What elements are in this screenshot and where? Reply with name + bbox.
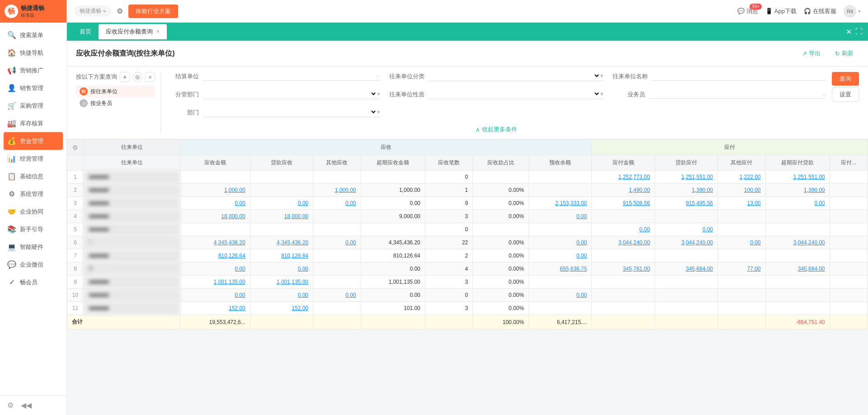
table-settings-icon[interactable]: ⚙ [72,144,78,151]
sidebar-item-purchase[interactable]: 🛒 采购管理 [0,97,66,114]
purchase-icon: 🛒 [7,101,16,110]
th-ar-ratio: 应收款占比 [473,155,529,171]
sidebar-item-beginner[interactable]: 📚 新手引导 [0,220,66,238]
export-btn[interactable]: ↗ 导出 [797,47,826,60]
sidebar-item-marketing[interactable]: 📢 营销推广 [0,62,66,79]
sidebar-item-collab[interactable]: 🤝 企业协同 [0,203,66,220]
sidebar-item-inventory[interactable]: 🏭 库存核算 [0,114,66,132]
system-icon: ⚙ [7,190,16,198]
scheme-by-unit[interactable]: 畅 按往来单位 [76,86,155,97]
unit-name-cell: ■■■■■■ [84,289,180,302]
table-row: 7■■■■■■810,126.64810,126.64810,126.6420.… [67,249,868,262]
export-icon: ↗ [802,50,807,57]
settings-footer-icon[interactable]: ⚙ [7,401,14,410]
filter-collapse-btn[interactable]: « [145,72,155,82]
tab-expand-icon[interactable]: ⛶ [855,28,863,36]
th-ar-amt: 应收金额 [180,155,250,171]
unit-category-chevron-icon: ▾ [600,72,604,79]
th-settings: ⚙ [67,140,84,155]
salesman-dots-icon[interactable]: ··· [821,91,826,97]
dept-chevron-icon: ▾ [377,109,380,115]
unit-name-cell: ■■■■■■ [84,302,180,315]
sidebar-item-operations[interactable]: 📊 经营管理 [0,150,66,167]
query-btn[interactable]: 查询 [832,72,859,86]
filter-section: 按以下方案查询 + ◎ « 畅 按往来单位 ◷ 按业务员 [67,67,868,139]
th-ap-other: 其他应付 [718,155,766,171]
unit-category-select[interactable] [428,72,600,80]
msg-item[interactable]: 💬 消息 99+ [737,7,758,15]
th-prepay: 预收余额 [529,155,592,171]
sidebar-item-basic-info[interactable]: 📋 基础信息 [0,167,66,185]
th-counterparty: 往来单位 [84,140,180,155]
main-wrap: 畅捷通畅 ▾ ⚙ 体验行业方案 💬 消息 99+ 📱 App下载 🎧 在线客服 [67,0,868,415]
unit-name-cell: ■■■■■■ [84,184,180,197]
collapse-footer-icon[interactable]: ◀◀ [21,401,32,410]
filter-unit-name: 往来单位名称 [613,72,826,81]
sidebar-item-hardware[interactable]: 💻 智能硬件 [0,238,66,256]
settlement-unit-input[interactable] [203,72,375,79]
page-title: 应收应付余额查询(按往来单位) [76,49,175,65]
table-row: 10■■■■■■0.000.000.000.0000.00%0.00 [67,289,868,302]
topbar: 畅捷通畅 ▾ ⚙ 体验行业方案 💬 消息 99+ 📱 App下载 🎧 在线客服 [67,0,868,23]
th-ar-overdue: 超期应收金额 [361,155,425,171]
topbar-gear-icon[interactable]: ⚙ [115,5,125,17]
sidebar-item-finance[interactable]: 💰 资金管理 [4,132,63,150]
tab-ar-ap[interactable]: 应收应付余额查询 × [99,24,167,39]
footer-prepay: 6,417,215.... [529,315,592,329]
footer-ar-ratio: 100.00% [473,315,529,329]
th-ap-more: 应付... [830,155,868,171]
dept-select[interactable] [203,108,377,116]
service-icon: 🎧 [804,8,811,14]
user-chevron-icon: ▾ [858,8,861,14]
msg-icon: 💬 [737,8,745,14]
user-avatar-wrap[interactable]: Rit ▾ [844,5,861,18]
salesman-input[interactable] [649,91,822,97]
topbar-right: 💬 消息 99+ 📱 App下载 🎧 在线客服 Rit ▾ [737,5,861,18]
footer-ap-overdue: -654,751.40 [765,315,830,329]
sidebar-item-system[interactable]: ⚙ 系统管理 [0,185,66,203]
filter-label: 按以下方案查询 [76,73,117,81]
vip-icon: ✓ [7,278,16,286]
sidebar: 畅 畅捷通畅 标准版 🔍 搜索菜单 🏠 快捷导航 📢 营销推广 👤 销售管理 🛒… [0,0,67,415]
unit-name-input[interactable] [651,72,826,79]
sidebar-item-wechat[interactable]: 💬 企业微信 [0,256,66,273]
scheme-by-staff[interactable]: ◷ 按业务员 [76,97,155,109]
tab-close-icon[interactable]: × [156,29,160,35]
table-row: 3■■■■■■0.000.000.000.0090.00%2,153,333.0… [67,197,868,210]
unit-name-cell: ■■■■■■ [84,276,180,289]
tab-home[interactable]: 首页 [72,24,99,39]
breadcrumb-chevron-icon: ▾ [103,8,106,14]
tab-close-icon[interactable]: ✕ [846,28,852,36]
solution-btn[interactable]: 体验行业方案 [128,5,178,18]
filter-add-btn[interactable]: + [120,72,130,82]
refresh-btn[interactable]: ↻ 刷新 [830,47,859,60]
filter-unit-nature: 往来单位性质 ▾ [389,90,603,99]
topbar-left: 畅捷通畅 ▾ ⚙ 体验行业方案 [74,5,734,18]
collapse-more-btn[interactable]: ∧ 收起更多条件 [166,125,826,134]
sidebar-item-search-menu[interactable]: 🔍 搜索菜单 [0,26,66,44]
sidebar-item-sales[interactable]: 👤 销售管理 [0,79,66,97]
sidebar-item-vip[interactable]: ✓ 畅会员 [0,273,66,291]
operations-icon: 📊 [7,154,16,163]
setting-btn[interactable]: 设置 [832,87,859,102]
sidebar-item-quick-nav[interactable]: 🏠 快捷导航 [0,44,66,62]
settlement-dots-icon[interactable]: ··· [375,72,380,79]
breadcrumb: 畅捷通畅 ▾ [74,5,111,17]
user-avatar: Rit [844,5,856,18]
service-item[interactable]: 🎧 在线客服 [804,7,836,15]
table-footer-row: 合计 19,553,472,6... 100.00% 6,417,215.... [67,315,868,329]
sidebar-logo: 畅 畅捷通畅 标准版 [0,0,66,23]
th-ar-other: 其他应收 [313,155,361,171]
sidebar-footer: ⚙ ◀◀ [0,395,66,415]
table-row: 4■■■■■■18,000.0018,000.009,000.0030.00%0… [67,210,868,223]
dept-manager-select[interactable] [203,90,377,98]
table-row: 2■■■■■■1,000.001,000.001,000.0010.00%1,4… [67,184,868,197]
filter-target-btn[interactable]: ◎ [132,72,142,82]
page-header-actions: ↗ 导出 ↻ 刷新 [797,47,859,66]
unit-nature-select[interactable] [428,90,600,98]
app-download-item[interactable]: 📱 App下载 [765,7,797,15]
sales-icon: 👤 [7,84,16,92]
action-buttons: 查询 设置 [832,72,859,134]
unit-name-cell: ■■■■■■ [84,223,180,236]
logo-text: 畅捷通畅 标准版 [21,4,44,19]
